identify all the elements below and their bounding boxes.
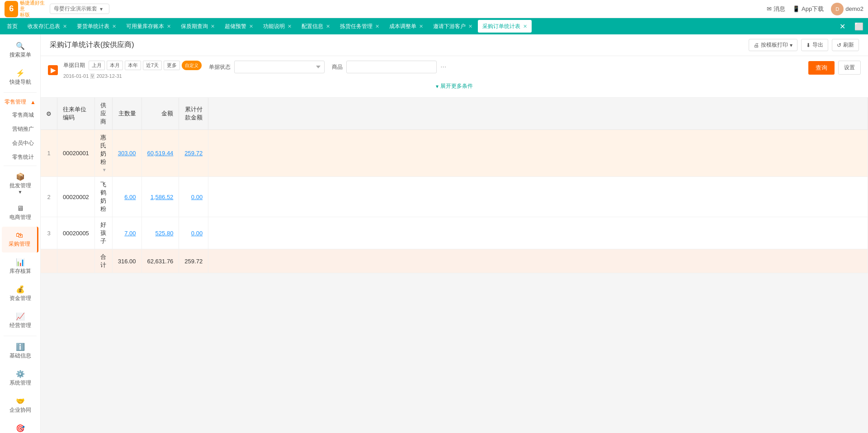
sidebar-item-purchase[interactable]: 🛍 采购管理 — [2, 227, 38, 252]
tab-close-icon[interactable]: ✕ — [523, 24, 527, 29]
sidebar-item-ecommerce[interactable]: 🖥 电商管理 — [2, 200, 38, 226]
logo-area: 6 畅捷通好生意 标版 — [5, 0, 45, 18]
tab-chengben[interactable]: 成本调整单 ✕ — [385, 20, 428, 33]
tab-caigou-active[interactable]: 采购订单统计表 ✕ — [478, 20, 532, 33]
collapse-icon: ▲ — [30, 99, 36, 105]
sidebar-item-wholesale[interactable]: 📦 批发管理 ▼ — [2, 168, 38, 199]
tab-close-icon[interactable]: ✕ — [419, 24, 423, 29]
date-btn-lastmonth[interactable]: 上月 — [89, 61, 105, 70]
sidebar-item-inventory[interactable]: 📊 库存核算 — [2, 253, 38, 280]
col-supplier: 供应商 — [94, 98, 112, 130]
tab-jianhuo[interactable]: 拣货任务管理 ✕ — [335, 20, 384, 33]
goods-label: 商品 — [332, 63, 343, 71]
fullscreen-icon[interactable]: ⬜ — [852, 21, 866, 32]
filter-toggle-button[interactable]: ▶ — [48, 65, 58, 75]
date-btn-more[interactable]: 更多 — [164, 61, 180, 70]
query-button[interactable]: 查询 — [808, 61, 835, 75]
tab-chaochuyujing[interactable]: 超储预警 ✕ — [220, 20, 258, 33]
tab-close-icon[interactable]: ✕ — [468, 24, 472, 29]
wholesale-icon: 📦 — [16, 172, 25, 181]
date-shortcuts: 上月 本月 本年 近7天 更多 自定义 — [89, 61, 202, 70]
user-avatar[interactable]: D demo2 — [831, 3, 863, 15]
table-row[interactable]: 1 00020001 惠氏奶粉 ▼ 303.00 6 — [41, 130, 868, 177]
row-amount: 1,586.52 — [142, 177, 179, 217]
row-extra — [208, 217, 868, 249]
tab-close-icon[interactable]: ✕ — [249, 24, 253, 29]
chevron-down-icon: ▾ — [100, 6, 103, 12]
message-button[interactable]: ✉ 消息 — [767, 5, 785, 13]
sidebar-item-basic[interactable]: ℹ️ 基础信息 — [2, 338, 38, 364]
sidebar-item-collab[interactable]: 🤝 企业协同 — [2, 392, 38, 419]
sidebar-item-retailstat[interactable]: 零售统计 — [2, 151, 38, 164]
sidebar-item-finance[interactable]: 💰 资金管理 — [2, 281, 38, 307]
row-settings: 3 — [41, 217, 57, 249]
sidebar-item-newguide[interactable]: 🎯 新手引导 — [2, 419, 38, 433]
row-paid: 0.00 — [179, 177, 208, 217]
close-all-tabs-icon[interactable]: ✕ — [837, 21, 848, 32]
tab-close-icon[interactable]: ✕ — [375, 24, 379, 29]
tab-yaoqing[interactable]: 邀请下游客户 ✕ — [429, 20, 477, 33]
status-select[interactable] — [234, 61, 325, 73]
sidebar-item-operations[interactable]: 📈 经营管理 — [2, 308, 38, 334]
tab-baozhi[interactable]: 保质期查询 ✕ — [176, 20, 219, 33]
more-icon[interactable]: ··· — [440, 63, 446, 71]
row-expand-icon[interactable]: ▼ — [102, 167, 107, 172]
newguide-icon: 🎯 — [16, 424, 25, 433]
tab-gongneng[interactable]: 功能说明 ✕ — [259, 20, 296, 33]
row-qty: 303.00 — [112, 130, 142, 177]
goods-input[interactable] — [346, 61, 437, 73]
tab-close-icon[interactable]: ✕ — [63, 24, 67, 29]
row-settings: 2 — [41, 177, 57, 217]
sidebar-item-quicknav[interactable]: ⚡ 快捷导航 — [2, 64, 38, 90]
tab-close-icon[interactable]: ✕ — [288, 24, 292, 29]
sidebar-divider2 — [4, 166, 37, 166]
footer-extra — [208, 249, 868, 273]
sidebar-item-member[interactable]: 会员中心 — [2, 137, 38, 150]
table-area: ⚙ 往来单位编码 供应商 主数量 金额 — [41, 98, 868, 273]
col-settings[interactable]: ⚙ — [41, 98, 57, 130]
tab-yaohuo[interactable]: 要货单统计表 ✕ — [72, 20, 121, 33]
sidebar-item-system[interactable]: ⚙️ 系统管理 — [2, 365, 38, 391]
app-download-button[interactable]: 📱 App下载 — [793, 5, 824, 13]
inventory-icon: 📊 — [16, 258, 25, 266]
sidebar-item-search[interactable]: 🔍 搜索菜单 — [2, 37, 38, 63]
refresh-button[interactable]: ↺ 刷新 — [832, 39, 859, 51]
table-row[interactable]: 2 00020002 飞鹤奶粉 6.00 1,586.52 — [41, 177, 868, 217]
tab-close-icon[interactable]: ✕ — [167, 24, 171, 29]
sidebar-item-marketing[interactable]: 营销推广 — [2, 123, 38, 136]
sidebar-item-retailmall[interactable]: 零售商城 — [2, 109, 38, 122]
print-button[interactable]: 🖨 按模板打印 ▾ — [749, 39, 797, 51]
tab-close-icon[interactable]: ✕ — [326, 24, 330, 29]
expand-more-button[interactable]: ▾ 展开更多条件 — [48, 80, 861, 93]
nav-tabs-actions: ✕ ⬜ — [837, 21, 866, 32]
row-settings: 1 — [41, 130, 57, 177]
settings-button[interactable]: 设置 — [838, 61, 861, 75]
date-btn-thisyear[interactable]: 本年 — [125, 61, 141, 70]
tab-shoufacun[interactable]: 收发存汇总表 ✕ — [23, 20, 71, 33]
date-btn-7days[interactable]: 近7天 — [143, 61, 162, 70]
date-btn-thismonth[interactable]: 本月 — [107, 61, 123, 70]
tab-home[interactable]: 首页 — [2, 20, 22, 33]
export-button[interactable]: ⬇ 导出 — [801, 39, 828, 51]
refresh-icon: ↺ — [837, 42, 841, 48]
footer-label — [57, 249, 95, 273]
tab-keyongliang[interactable]: 可用量库存账本 ✕ — [122, 20, 175, 33]
chevron-down-icon: ▾ — [790, 42, 793, 48]
col-paid: 累计付款金额 — [179, 98, 208, 130]
table-row[interactable]: 3 00020005 好孩子 7.00 525.80 — [41, 217, 868, 249]
tab-peizhi[interactable]: 配置信息 ✕ — [297, 20, 335, 33]
tab-close-icon[interactable]: ✕ — [112, 24, 116, 29]
date-filter-col: 单据日期 上月 本月 本年 近7天 更多 自定义 2016-01-01 至 20… — [63, 61, 202, 80]
search-icon: 🔍 — [16, 42, 25, 50]
purchase-icon: 🛍 — [16, 231, 23, 239]
row-amount: 60,519.44 — [142, 130, 179, 177]
system-icon: ⚙️ — [16, 370, 25, 378]
status-label: 单据状态 — [209, 63, 231, 71]
date-btn-custom[interactable]: 自定义 — [182, 61, 202, 70]
sidebar: 🔍 搜索菜单 ⚡ 快捷导航 零售管理 ▲ 零售商城 营销推广 会员中心 零售统计… — [0, 34, 41, 433]
row-code: 00020002 — [57, 177, 95, 217]
workspace-selector[interactable]: 母婴行业演示账套 ▾ — [50, 4, 109, 14]
sidebar-section-retail[interactable]: 零售管理 ▲ — [0, 95, 40, 108]
tab-close-icon[interactable]: ✕ — [211, 24, 215, 29]
row-supplier: 惠氏奶粉 ▼ — [94, 130, 112, 177]
